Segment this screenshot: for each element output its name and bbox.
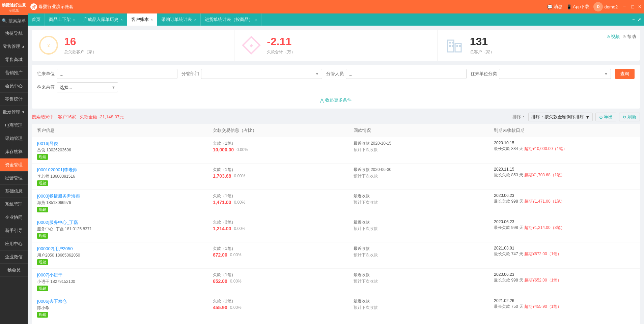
sidebar-item-vip[interactable]: 畅会员 [0, 264, 28, 277]
export-button[interactable]: ⊙ 导出 [595, 113, 616, 121]
sidebar-item-retail-mgmt[interactable]: 零售管理 ▲ [0, 40, 28, 53]
svg-rect-9 [452, 45, 453, 47]
filter-row-1: 往来单位 ... 分管部门 ▼ 分管人员 ... [37, 69, 635, 79]
brand-icon: 好 [30, 3, 37, 10]
recovery-date: 最近收款 [354, 298, 494, 304]
data-table: 客户信息 欠款交易信息（占比） 回款情况 到期未收款日期 [0016]吕俊 吕俊… [32, 124, 640, 324]
sidebar-item-marketing[interactable]: 营销推广 [0, 66, 28, 80]
sidebar-item-retail-mall[interactable]: 零售商城 [0, 53, 28, 66]
customer-tag: 现销 [37, 312, 48, 318]
customer-name[interactable]: [0001020001]李老师 [37, 167, 213, 173]
overdue-link[interactable]: 超期¥1,471.00（1笔） [524, 199, 565, 204]
stat-value-total-customers: 131 [470, 35, 494, 48]
sidebar-item-retail-stats[interactable]: 零售统计 [0, 93, 28, 106]
debt-row: 1,214.00 0.00% [213, 225, 354, 232]
sort-label: 排序： [512, 114, 526, 120]
table-row: [0007]小进干 小进干 18279152100 现销 欠款（1笔） 652.… [32, 269, 640, 295]
message-icon: 💬 [547, 4, 553, 9]
customer-name[interactable]: [0002]服务中心_丁磊 [37, 219, 213, 226]
customer-name[interactable]: [0007]小进干 [37, 272, 213, 278]
balance-select[interactable]: 选择... 正数 负数 零 [57, 82, 118, 92]
overdue-info-cell: 2020.06.23 最长欠款 998 天 超期¥1,214.00（3笔） [494, 219, 635, 231]
sidebar-item-business[interactable]: 经营管理 [0, 172, 28, 185]
recovery-next: 预计下次收款 [354, 147, 494, 153]
message-button[interactable]: 💬 消息 [547, 4, 562, 10]
overdue-link[interactable]: 超期¥1,214.00（3笔） [524, 225, 565, 230]
sidebar-item-new-guide[interactable]: 新手引导 [0, 224, 28, 237]
export-icon: ⊙ [599, 115, 603, 120]
tab-close-icon[interactable]: × [151, 18, 153, 22]
sidebar-item-basic-info[interactable]: 基础信息 [0, 185, 28, 198]
sidebar-item-purchase[interactable]: 采购管理 [0, 132, 28, 145]
tab-bar: 首页 商品上下架 × 产成品入库单历史 × 客户账本 × 采购订单统计表 × 进… [28, 13, 644, 26]
tab-production-history[interactable]: 产成品入库单历史 × [79, 13, 127, 26]
sidebar-item-ecommerce[interactable]: 电商管理 [0, 119, 28, 132]
tab-home[interactable]: 首页 [28, 13, 45, 26]
table-row: [0006]去下粮仓 陈小希 现销 欠款（1笔） 455.90 0.00% 最近… [32, 295, 640, 321]
tab-close-icon[interactable]: × [194, 18, 196, 22]
balance-select-wrapper: 选择... 正数 负数 零 ▼ [57, 82, 118, 92]
customer-name[interactable]: [0003]畅捷服务尹海燕 [37, 193, 213, 199]
sidebar-item-enterprise-wechat[interactable]: 企业微信 [0, 251, 28, 264]
dept-input[interactable]: ▼ [201, 69, 322, 79]
filter-balance: 往来余额 选择... 正数 负数 零 ▼ [37, 82, 118, 92]
sidebar-item-app-center[interactable]: 应用中心 [0, 237, 28, 251]
maximize-button[interactable]: □ [631, 4, 634, 9]
stat-overdue-customers: ¥ 16 总欠款客户（家） [32, 30, 234, 61]
stat-value-overdue-customers: 16 [64, 35, 96, 48]
app-download-button[interactable]: 📱 App下载 [566, 4, 589, 10]
customer-tag: 现销 [37, 180, 48, 186]
debt-info-cell: 欠款（1笔） 652.00 0.00% [213, 272, 354, 285]
sidebar-item-batch-mgmt[interactable]: 批发管理 ▼ [0, 106, 28, 119]
stat-info-overdue-amount: -2.11 欠款合计（万） [267, 35, 295, 55]
tab-close-icon[interactable]: × [73, 18, 75, 22]
overdue-link[interactable]: 超期¥455.90（1笔） [524, 304, 561, 309]
customer-name[interactable]: [000002]用户2050 [37, 246, 213, 252]
tab-close-icon[interactable]: × [255, 18, 257, 22]
tab-purchase-order[interactable]: 采购订单统计表 × [157, 13, 200, 26]
overdue-link[interactable]: 超期¥1,703.68（1笔） [524, 173, 565, 177]
video-button[interactable]: ⊙ 视频 [607, 34, 620, 40]
tab-purchase-stat[interactable]: 进货单统计表（按商品） × [201, 13, 261, 26]
quick-nav[interactable]: 快捷导航 [0, 27, 28, 40]
source-unit-input[interactable]: ... [57, 69, 177, 79]
sidebar-item-enterprise-coop[interactable]: 企业协同 [0, 211, 28, 224]
overdue-link[interactable]: 超期¥672.00（1笔） [524, 252, 561, 256]
tabs-end: － ⤢ [628, 17, 644, 23]
tab-product-off[interactable]: 商品上下架 × [45, 13, 79, 26]
col-recovery: 回款情况 [354, 127, 494, 134]
search-button[interactable]: 查询 [615, 69, 635, 79]
refresh-button[interactable]: ↻ 刷新 [619, 113, 640, 121]
recovery-info-cell: 最近收款 预计下次收款 [354, 246, 494, 258]
customer-info-cell: [000002]用户2050 用户2050 18665062050 现销 [37, 246, 213, 265]
close-button[interactable]: × [638, 4, 641, 10]
debt-percent: 0.00% [230, 253, 242, 257]
avatar: D [593, 2, 603, 11]
recovery-info-cell: 最近收款 预计下次收款 [354, 298, 494, 311]
sidebar-item-member[interactable]: 会员中心 [0, 80, 28, 93]
tab-maximize-icon[interactable]: ⤢ [637, 17, 641, 22]
tab-customer-account[interactable]: 客户账本 × [127, 13, 157, 26]
sidebar-item-inventory[interactable]: 库存核算 [0, 145, 28, 158]
sidebar-item-finance[interactable]: 资金管理 [0, 158, 28, 172]
user-area[interactable]: D demo2 [593, 2, 618, 11]
overdue-link[interactable]: 超期¥10,000.00（1笔） [524, 146, 567, 151]
stat-label-total-customers: 总客户（家） [470, 49, 494, 55]
customer-sub: 小进干 18279152100 [37, 279, 213, 285]
unit-category-input[interactable]: ▼ [499, 69, 611, 79]
diamond-icon: ◆ [241, 35, 261, 55]
search-menu[interactable]: 🔍 搜索菜单 [0, 15, 28, 27]
tab-close-icon[interactable]: × [120, 18, 122, 22]
collapse-button[interactable]: ⋀ 收起更多条件 [37, 96, 635, 105]
minimize-button[interactable]: － [622, 3, 627, 10]
customer-name[interactable]: [0006]去下粮仓 [37, 298, 213, 304]
debt-percent: 0.00% [234, 200, 245, 205]
overdue-link[interactable]: 超期¥652.00（1笔） [524, 278, 561, 283]
help-button[interactable]: ⊙ 帮助 [622, 34, 636, 40]
sort-select[interactable]: 排序：按欠款金额倒序排序 ▼ [528, 113, 593, 121]
sidebar-item-system[interactable]: 系统管理 [0, 198, 28, 211]
overdue-info-cell: 2020.06.23 最长欠款 998 天 超期¥1,471.00（1笔） [494, 193, 635, 204]
customer-name[interactable]: [0016]吕俊 [37, 141, 213, 147]
manager-input[interactable]: ... [346, 69, 467, 79]
tab-minimize-icon[interactable]: － [631, 17, 636, 23]
